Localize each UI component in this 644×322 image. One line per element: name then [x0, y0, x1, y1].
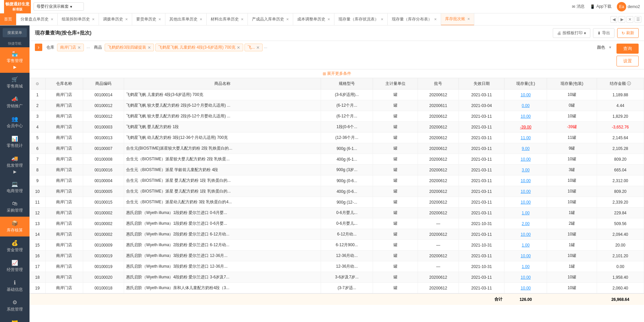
row-unit: 罐 [373, 175, 418, 186]
row-qty-pack: 9罐 [547, 143, 597, 154]
tab-menu-btn[interactable]: ☰ [635, 16, 641, 23]
row-qty-main[interactable]: 11.00 [504, 132, 547, 143]
tab-close-8[interactable]: ✕ [327, 17, 330, 21]
sidebar-item-system[interactable]: ⚙ 系统管理 [0, 296, 30, 316]
tab-7[interactable]: 产成品入库单历史 ✕ [248, 13, 293, 25]
row-qty-main[interactable]: 10.00 [504, 229, 547, 240]
tab-close-all-btn[interactable]: ✕ [627, 16, 633, 23]
product-tag-1-close[interactable]: ✕ [148, 45, 151, 50]
warehouse-more[interactable]: ··· [87, 45, 90, 50]
tab-6[interactable]: 材料出库单历史 ✕ [207, 13, 248, 25]
row-unit: 罐 [373, 186, 418, 197]
tab-1[interactable]: 分量盘点单历史 ✕ [16, 13, 58, 25]
tab-4[interactable]: 要货单历史 ✕ [132, 13, 165, 25]
tab-close-1[interactable]: ✕ [51, 17, 53, 21]
tab-10[interactable]: 现存量（库存分布表） ✕ [388, 13, 441, 25]
tab-home[interactable]: 首页 [0, 13, 16, 25]
row-qty-main[interactable]: 10.00 [504, 251, 547, 261]
row-spec: 3-6岁及7岁... [321, 272, 373, 283]
message-btn[interactable]: ✉ 消息 [572, 4, 585, 9]
row-qty-main[interactable]: 1.00 [504, 208, 547, 218]
row-expire: 2021-03-11 [459, 272, 504, 283]
sidebar-item-finance[interactable]: 💰 资金管理 [0, 236, 30, 256]
sidebar-item-member[interactable]: 👥 会员中心 [0, 112, 30, 132]
sidebar-item-marketing[interactable]: 📣 营销推广 [0, 93, 30, 112]
tab-3[interactable]: 调拨单历史 ✕ [99, 13, 132, 25]
sidebar-item-retail-management[interactable]: 🏪 零售管理 ▶ [0, 47, 30, 73]
row-qty-main[interactable]: 10.00 [504, 272, 547, 283]
col-settings[interactable]: ⚙ [30, 78, 45, 90]
export-btn[interactable]: ⬇ 导出 [593, 28, 614, 38]
row-qty-main[interactable]: 9.00 [504, 143, 547, 154]
tab-close-5[interactable]: ✕ [200, 17, 202, 21]
row-qty-main[interactable]: 10.00 [504, 283, 547, 294]
expand-more-btn[interactable]: ⊞ 展开更多条件 [323, 71, 351, 76]
sidebar-item-enterprise[interactable]: 🤝 企业协同 [0, 316, 30, 322]
row-code: 00100007 [83, 143, 124, 154]
row-spec: 900g (3岁... [321, 165, 373, 175]
refresh-btn[interactable]: ↻ 刷新 [617, 28, 639, 38]
product-more[interactable]: ··· [264, 45, 267, 50]
account-selector[interactable]: 母婴行业演示账套 ▾ [34, 2, 84, 11]
col-amount: 结存金额 ⓘ [597, 78, 644, 90]
tab-9[interactable]: 现存量（库存状况表） ✕ [334, 13, 388, 25]
product-tag-3-close[interactable]: ✕ [256, 45, 260, 50]
row-qty-main[interactable]: 2.00 [504, 218, 547, 229]
tab-11[interactable]: 库存批次账 ✕ [441, 13, 474, 25]
row-qty-main[interactable]: 10.00 [504, 175, 547, 186]
sidebar-item-ecommerce[interactable]: 💻 电商管理 [0, 177, 30, 197]
query-btn[interactable]: 查询 [616, 44, 639, 54]
tab-close-7[interactable]: ✕ [286, 17, 289, 21]
user-area[interactable]: Ea demo2 [617, 2, 640, 11]
app-download-btn[interactable]: 📱 App下载 [590, 4, 611, 9]
row-qty-main[interactable]: 10.00 [504, 154, 547, 165]
row-qty-main[interactable]: 0.00 [504, 100, 547, 111]
row-qty-pack: 10罐 [547, 154, 597, 165]
settings-btn[interactable]: 设置 [616, 56, 639, 66]
sidebar-item-basic-info[interactable]: ℹ 基础信息 [0, 276, 30, 296]
tab-close-11[interactable]: ✕ [467, 17, 470, 21]
row-code: 00100005 [83, 186, 124, 197]
row-qty-main[interactable]: 1.00 [504, 261, 547, 272]
tab-close-3[interactable]: ✕ [125, 17, 128, 21]
tab-next-btn[interactable]: ▶ [619, 16, 625, 23]
sidebar-item-purchase[interactable]: 🛍 采购管理 [0, 197, 30, 217]
warehouse-tag-close[interactable]: ✕ [77, 45, 81, 50]
row-qty-main[interactable]: 10.00 [504, 186, 547, 197]
row-qty-main[interactable]: 1.00 [504, 240, 547, 251]
row-qty-main[interactable]: -39.00 [504, 122, 547, 132]
tab-close-9[interactable]: ✕ [381, 17, 383, 21]
expand-filter-btn[interactable]: › [35, 44, 42, 51]
row-batch: — [418, 218, 459, 229]
tab-close-6[interactable]: ✕ [241, 17, 244, 21]
row-qty-main[interactable]: 10.00 [504, 111, 547, 122]
row-number: 7 [30, 154, 45, 165]
search-menu-btn[interactable]: 搜索菜单 [3, 28, 27, 37]
sidebar-item-operations[interactable]: 📈 经营管理 [0, 256, 30, 276]
sidebar-item-inventory[interactable]: 📦 库存核算 [0, 217, 30, 236]
tab-close-10[interactable]: ✕ [434, 17, 437, 21]
row-qty-main[interactable]: 10.00 [504, 90, 547, 100]
sidebar-item-retail-mall[interactable]: 🛒 零售商城 [0, 73, 30, 93]
dropdown-arrow: ▾ [70, 4, 72, 9]
col-expire: 失效日期 [459, 78, 504, 90]
row-batch: 20200612 [418, 272, 459, 283]
tab-8[interactable]: 成本调整单历史 ✕ [293, 13, 334, 25]
product-tag-2-close[interactable]: ✕ [237, 45, 240, 50]
row-qty-main[interactable]: 10.00 [504, 197, 547, 208]
row-name: 合生元（BIOSTIME）派星 学龄前儿童配方奶粉 4段 [124, 165, 321, 175]
row-qty-pack: 10罐 [547, 111, 597, 122]
tab-5[interactable]: 其他出库单历史 ✕ [165, 13, 207, 25]
tab-close-4[interactable]: ✕ [158, 17, 161, 21]
tab-close-2[interactable]: ✕ [92, 17, 95, 21]
color-dropdown-arrow[interactable]: ▾ [608, 44, 612, 51]
sidebar-item-retail-stats[interactable]: 📊 零售统计 [0, 132, 30, 152]
content-area: 现存量查询(按仓库+批次) 🖨 按模板打印 ▾ ⬇ 导出 ↻ 刷新 › [30, 25, 644, 322]
sidebar-item-wholesale[interactable]: 🚚 批发管理 ▶ [0, 152, 30, 177]
expand-more-icon: ⊞ [323, 71, 326, 76]
tab-2[interactable]: 组装拆卸单历史 ✕ [58, 13, 99, 25]
row-qty-main[interactable]: 3.00 [504, 165, 547, 175]
print-template-btn[interactable]: 🖨 按模板打印 ▾ [553, 28, 590, 38]
row-warehouse: 南岸门店 [45, 240, 83, 251]
tab-prev-btn[interactable]: ◀ [610, 16, 617, 23]
